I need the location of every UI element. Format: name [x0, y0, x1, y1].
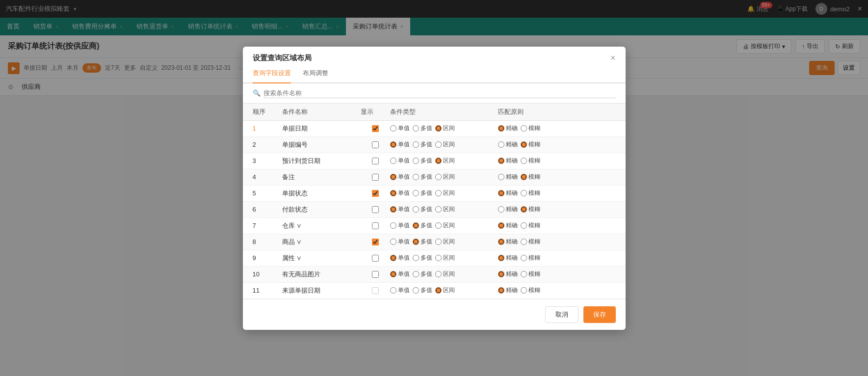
type-radio-single[interactable]: 单值: [390, 254, 410, 262]
display-checkbox[interactable]: [372, 190, 379, 197]
type-radio-multi[interactable]: 多值: [413, 124, 432, 133]
condition-search-input[interactable]: [263, 88, 616, 98]
match-radio-exact[interactable]: 精确: [498, 286, 518, 295]
type-radio-input-single[interactable]: [390, 222, 396, 229]
match-radio-input-fuzzy[interactable]: [521, 158, 527, 164]
type-radio-input-range[interactable]: [435, 239, 442, 245]
match-radio-exact[interactable]: 精确: [498, 124, 518, 133]
type-radio-input-range[interactable]: [435, 255, 442, 261]
match-radio-exact[interactable]: 精确: [498, 157, 518, 165]
type-radio-single[interactable]: 单值: [390, 157, 410, 165]
type-radio-input-multi[interactable]: [413, 271, 419, 277]
match-radio-fuzzy[interactable]: 模糊: [521, 238, 540, 246]
type-radio-input-range[interactable]: [435, 222, 442, 229]
type-radio-input-single[interactable]: [390, 190, 396, 196]
type-radio-range[interactable]: 区间: [435, 286, 455, 295]
type-radio-input-range[interactable]: [435, 287, 442, 294]
type-radio-multi[interactable]: 多值: [413, 140, 432, 149]
match-radio-input-fuzzy[interactable]: [521, 255, 527, 261]
type-radio-range[interactable]: 区间: [435, 205, 455, 214]
match-radio-input-exact[interactable]: [498, 174, 504, 180]
match-radio-input-exact[interactable]: [498, 141, 504, 148]
type-radio-input-multi[interactable]: [413, 222, 419, 229]
display-checkbox[interactable]: [372, 271, 379, 278]
match-radio-input-fuzzy[interactable]: [521, 239, 527, 245]
type-radio-input-multi[interactable]: [413, 125, 419, 132]
type-radio-multi[interactable]: 多值: [413, 189, 432, 197]
display-checkbox[interactable]: [372, 158, 379, 164]
match-radio-exact[interactable]: 精确: [498, 270, 518, 278]
match-radio-input-fuzzy[interactable]: [521, 190, 527, 196]
type-radio-input-multi[interactable]: [413, 206, 419, 213]
match-radio-input-exact[interactable]: [498, 190, 504, 196]
match-radio-exact[interactable]: 精确: [498, 221, 518, 230]
display-checkbox[interactable]: [372, 125, 379, 132]
type-radio-input-multi[interactable]: [413, 158, 419, 164]
type-radio-input-range[interactable]: [435, 206, 442, 213]
type-radio-input-single[interactable]: [390, 206, 396, 213]
match-radio-exact[interactable]: 精确: [498, 238, 518, 246]
cancel-button[interactable]: 取消: [545, 306, 579, 323]
match-radio-input-exact[interactable]: [498, 222, 504, 229]
type-radio-single[interactable]: 单值: [390, 205, 410, 214]
display-checkbox[interactable]: [372, 174, 379, 181]
type-radio-input-range[interactable]: [435, 158, 442, 164]
type-radio-input-multi[interactable]: [413, 255, 419, 261]
match-radio-input-exact[interactable]: [498, 255, 504, 261]
dialog-tab-layout[interactable]: 布局调整: [303, 69, 328, 83]
type-radio-multi[interactable]: 多值: [413, 286, 432, 295]
save-button[interactable]: 保存: [583, 306, 616, 323]
type-radio-input-single[interactable]: [390, 125, 396, 132]
type-radio-multi[interactable]: 多值: [413, 270, 432, 278]
match-radio-exact[interactable]: 精确: [498, 254, 518, 262]
match-radio-fuzzy[interactable]: 模糊: [521, 221, 540, 230]
match-radio-fuzzy[interactable]: 模糊: [521, 205, 540, 214]
match-radio-input-fuzzy[interactable]: [521, 174, 527, 180]
display-checkbox[interactable]: [372, 255, 379, 262]
match-radio-fuzzy[interactable]: 模糊: [521, 286, 540, 295]
match-radio-input-exact[interactable]: [498, 158, 504, 164]
type-radio-multi[interactable]: 多值: [413, 221, 432, 230]
type-radio-input-multi[interactable]: [413, 141, 419, 148]
display-checkbox[interactable]: [372, 222, 379, 229]
type-radio-single[interactable]: 单值: [390, 173, 410, 181]
type-radio-input-single[interactable]: [390, 141, 396, 148]
type-radio-single[interactable]: 单值: [390, 270, 410, 278]
match-radio-exact[interactable]: 精确: [498, 140, 518, 149]
match-radio-input-fuzzy[interactable]: [521, 271, 527, 277]
type-radio-single[interactable]: 单值: [390, 189, 410, 197]
type-radio-input-range[interactable]: [435, 190, 442, 196]
type-radio-multi[interactable]: 多值: [413, 173, 432, 181]
type-radio-input-single[interactable]: [390, 174, 396, 180]
type-radio-input-multi[interactable]: [413, 287, 419, 294]
match-radio-input-fuzzy[interactable]: [521, 287, 527, 294]
type-radio-range[interactable]: 区间: [435, 189, 455, 197]
type-radio-range[interactable]: 区间: [435, 238, 455, 246]
display-checkbox[interactable]: [372, 206, 379, 213]
display-checkbox[interactable]: [372, 239, 379, 245]
match-radio-input-fuzzy[interactable]: [521, 141, 527, 148]
type-radio-multi[interactable]: 多值: [413, 205, 432, 214]
dialog-close-button[interactable]: ×: [610, 54, 616, 62]
match-radio-fuzzy[interactable]: 模糊: [521, 124, 540, 133]
type-radio-input-range[interactable]: [435, 141, 442, 148]
match-radio-fuzzy[interactable]: 模糊: [521, 254, 540, 262]
type-radio-input-single[interactable]: [390, 271, 396, 277]
match-radio-fuzzy[interactable]: 模糊: [521, 173, 540, 181]
type-radio-input-single[interactable]: [390, 255, 396, 261]
type-radio-single[interactable]: 单值: [390, 286, 410, 295]
match-radio-fuzzy[interactable]: 模糊: [521, 140, 540, 149]
type-radio-range[interactable]: 区间: [435, 157, 455, 165]
match-radio-exact[interactable]: 精确: [498, 189, 518, 197]
type-radio-single[interactable]: 单值: [390, 221, 410, 230]
match-radio-input-exact[interactable]: [498, 287, 504, 294]
type-radio-range[interactable]: 区间: [435, 173, 455, 181]
match-radio-fuzzy[interactable]: 模糊: [521, 157, 540, 165]
type-radio-multi[interactable]: 多值: [413, 254, 432, 262]
type-radio-input-multi[interactable]: [413, 174, 419, 180]
type-radio-range[interactable]: 区间: [435, 124, 455, 133]
type-radio-single[interactable]: 单值: [390, 124, 410, 133]
match-radio-input-exact[interactable]: [498, 206, 504, 213]
type-radio-range[interactable]: 区间: [435, 140, 455, 149]
type-radio-input-multi[interactable]: [413, 239, 419, 245]
